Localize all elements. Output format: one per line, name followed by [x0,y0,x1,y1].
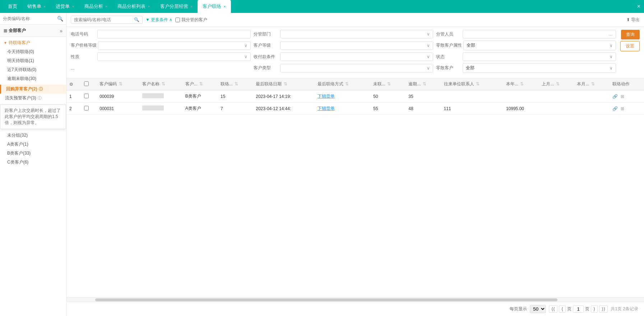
sidebar-ungroup[interactable]: 未分组(32) [0,131,66,140]
row2-method[interactable]: 下销货单 [315,103,370,115]
sort-icon-method[interactable]: ⇅ [345,81,349,86]
nav-product-analysis[interactable]: 商品分析 × [79,0,112,13]
sidebar-search-icon[interactable]: 🔍 [57,16,63,22]
col-last-month: 上月... ⇅ [539,78,574,90]
type-select[interactable]: ∨ [280,64,434,72]
sort-icon-level[interactable]: ⇅ [199,81,203,86]
row2-checkbox[interactable] [81,103,97,115]
nav-product-analysis-close[interactable]: × [105,4,107,9]
pay-select[interactable]: ∨ [280,52,434,61]
nav-product-list-close[interactable]: × [148,4,150,9]
dept-filter: 分管部门 ∨ [254,30,434,38]
row1-code: 000039 [97,90,139,103]
window-close-icon[interactable]: × [637,3,640,10]
filter-row-4: ... 客户类型 ∨ 零散客户 [71,63,616,73]
nav-customer-contact-close[interactable]: × [223,4,226,9]
nav-customer-contact[interactable]: 客户联络 × [198,0,231,13]
nav-product-list[interactable]: 商品分析列表 × [112,0,155,13]
row2-index: 2 [66,103,81,115]
horizontal-scrollbar[interactable] [66,297,644,302]
expand-icon: ▼ [4,41,7,45]
nav-sales-close[interactable]: × [43,4,46,9]
row2-link-icon[interactable]: 🔗 [612,106,618,111]
prev-page-btn[interactable]: ⟨ [559,305,566,313]
phone-input[interactable] [97,30,251,38]
col-name: 客户名称 ⇅ [139,78,182,90]
filter-row-1: 电话号码 分管部门 ∨ 分管人员 [71,30,616,38]
row1-method[interactable]: 下销货单 [315,90,370,103]
sort-icon-code[interactable]: ⇅ [119,81,122,86]
pay-filter: 收付款条件 ∨ [254,52,434,61]
scrollbar-thumb[interactable] [95,298,557,301]
search-input[interactable] [74,17,134,22]
nav-home[interactable]: 首页 [3,0,22,13]
person-select[interactable]: … [463,30,616,38]
price-grade-filter: 客户价格等级 ∨ [71,41,251,50]
sidebar-a-class[interactable]: A类客户(1) [0,140,66,149]
row2-level: A类客户 [182,103,218,115]
row1-overdue: 35 [406,90,441,103]
sidebar-c-class[interactable]: C类客户(6) [0,158,66,167]
dept-select[interactable]: ∨ [280,30,434,38]
gender-select[interactable]: ∨ [97,52,251,61]
sort-icon-last-month[interactable]: ⇅ [556,81,560,86]
total-records: 共1页 2条记录 [611,306,638,312]
nav-purchase-close[interactable]: × [72,4,74,9]
retail-attr-select[interactable]: 全部 ∨ [463,41,616,50]
nav-purchase[interactable]: 进货单 × [51,0,79,13]
sort-icon-year[interactable]: ⇅ [520,81,524,86]
settings-button[interactable]: 设置 [620,41,640,51]
col-this-month: 本月... ⇅ [574,78,609,90]
table-row: 2 000031 A类客户 7 2023-04-12 14:44: 下销货单 5… [66,103,644,115]
sidebar-b-class[interactable]: B类客户(33) [0,149,66,158]
col-settings[interactable]: ⚙ [66,78,81,90]
query-button[interactable]: 查询 [621,30,640,39]
level-select[interactable]: ∨ [280,41,434,50]
my-customer-checkbox[interactable] [175,18,180,22]
per-page-select[interactable]: 50 [530,305,546,313]
sidebar-tomorrow-contact[interactable]: 明天待联络(1) [0,56,66,65]
row1-grid-icon[interactable]: ⊞ [621,94,624,99]
row1-checkbox[interactable] [81,90,97,103]
all-customers-header[interactable]: ⊞ 全部客户 » [0,25,66,37]
dots-filter: ... [71,66,251,71]
retail2-select[interactable]: 全部 ∨ [463,63,616,73]
filter-actions: 查询 设置 [620,30,640,75]
page-input[interactable] [573,305,584,313]
sort-icon-contacts[interactable]: ⇅ [476,81,479,86]
sort-icon-this-month[interactable]: ⇅ [591,81,595,86]
last-page-btn[interactable]: ⟩⟩ [599,305,608,313]
more-conditions-btn[interactable]: ▼ 更多条件 ∧ [145,17,172,23]
export-btn[interactable]: ⬆ 导出 [626,17,640,23]
sidebar-collapse-icon[interactable]: » [60,28,62,34]
nav-sales[interactable]: 销售单 × [22,0,51,13]
nav-customer-tier[interactable]: 客户分层经营 × [155,0,198,13]
row1-link-icon[interactable]: 🔗 [612,94,618,99]
price-grade-select[interactable]: ∨ [98,41,251,50]
sort-icon-uncontacted[interactable]: ⇅ [387,81,391,86]
row1-uncontacted: 50 [370,90,406,103]
col-contact-count: 联络... ⇅ [218,78,253,90]
search-icon[interactable]: 🔍 [134,17,139,22]
sort-icon-date[interactable]: ⇅ [284,81,287,86]
nav-customer-tier-close[interactable]: × [190,4,193,9]
sidebar-abnormal-repurchase[interactable]: 回购异常客户(2) ⓘ [0,85,66,94]
row1-date: 2023-04-17 14:19: [253,90,315,103]
status-select[interactable]: ∨ [463,52,616,61]
sort-icon-contact[interactable]: ⇅ [235,81,238,86]
row2-uncontacted: 55 [370,103,406,115]
sidebar-search-input[interactable] [3,16,57,21]
col-checkbox[interactable] [81,78,97,90]
first-page-btn[interactable]: ⟨⟨ [549,305,557,313]
sidebar-7days-contact[interactable]: 近7天待联络(0) [0,65,66,74]
status-arrow: ∨ [610,54,613,59]
level-arrow: ∨ [427,43,430,48]
pending-contact-title[interactable]: ▼ 待联络客户 [0,38,66,47]
sidebar-overdue-contact[interactable]: 逾期未联络(30) [0,74,66,83]
row2-grid-icon[interactable]: ⊞ [621,106,624,111]
next-page-btn[interactable]: ⟩ [591,305,598,313]
sort-icon-overdue[interactable]: ⇅ [423,81,426,86]
sort-icon-name[interactable]: ⇅ [162,81,165,86]
sidebar-churn-warning[interactable]: 流失预警客户(3) ⓘ [0,94,66,103]
sidebar-today-contact[interactable]: 今天待联络(0) [0,47,66,56]
